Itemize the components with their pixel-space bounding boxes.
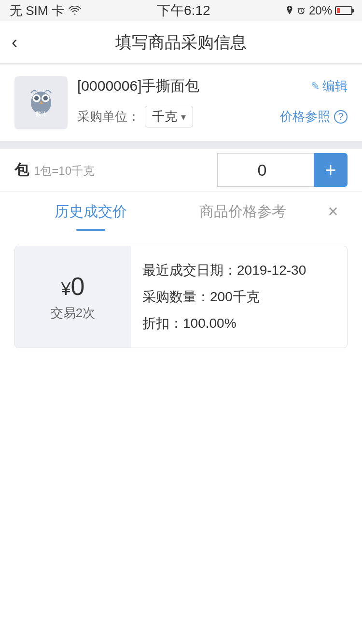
tabs-close-button[interactable]: × — [319, 192, 348, 231]
status-bar: 无 SIM 卡 下午6:12 20% — [0, 0, 362, 21]
quantity-row: 包 1包=10千克 + — [0, 149, 362, 191]
edit-label: 编辑 — [322, 78, 348, 95]
recent-date-row: 最近成交日期：2019-12-30 — [142, 261, 335, 280]
dropdown-arrow-icon: ▾ — [181, 111, 186, 123]
quantity-plus-button[interactable]: + — [314, 153, 348, 187]
svg-text:数计: 数计 — [35, 111, 47, 117]
quantity-input[interactable] — [217, 153, 314, 187]
location-icon — [286, 6, 293, 15]
svg-point-5 — [43, 96, 48, 100]
recent-date-label: 最近成交日期： — [142, 263, 237, 278]
section-divider — [0, 141, 362, 149]
quantity-label: 包 1包=10千克 — [14, 160, 95, 180]
product-info: [0000006]手撕面包 ✎ 编辑 采购单位： 千克 ▾ 价格参照 ? — [77, 76, 348, 127]
status-time: 下午6:12 — [157, 1, 210, 20]
quantity-unit: 包 — [14, 160, 29, 180]
history-card: ¥0 交易2次 最近成交日期：2019-12-30 采购数量：200千克 折扣：… — [14, 246, 348, 348]
purchase-qty-value: 200千克 — [210, 289, 260, 304]
main-content-area — [0, 363, 362, 644]
history-details-section: 最近成交日期：2019-12-30 采购数量：200千克 折扣：100.00% — [131, 246, 347, 348]
price-number: 0 — [71, 272, 85, 300]
tab-price-reference[interactable]: 商品价格参考 — [167, 192, 319, 231]
recent-date-value: 2019-12-30 — [237, 263, 306, 278]
battery-percent: 20% — [309, 4, 332, 17]
nav-bar: ‹ 填写商品采购信息 — [0, 21, 362, 64]
price-ref-label: 价格参照 — [280, 108, 330, 125]
status-carrier: 无 SIM 卡 — [10, 2, 82, 19]
edit-button[interactable]: ✎ 编辑 — [311, 78, 348, 95]
unit-dropdown[interactable]: 千克 ▾ — [145, 106, 193, 127]
battery-icon — [335, 6, 352, 15]
purchase-qty-row: 采购数量：200千克 — [142, 287, 335, 306]
discount-label: 折扣： — [142, 316, 183, 331]
yen-symbol: ¥ — [61, 279, 71, 299]
purchase-qty-label: 采购数量： — [142, 289, 210, 304]
status-right-group: 20% — [286, 4, 352, 17]
history-trades-count: 交易2次 — [51, 305, 95, 322]
svg-point-4 — [34, 96, 39, 100]
product-card: 数计 [0000006]手撕面包 ✎ 编辑 采购单位： 千克 ▾ 价格参照 — [0, 65, 362, 141]
page-title: 填写商品采购信息 — [115, 31, 247, 54]
help-icon: ? — [334, 110, 348, 124]
history-price-section: ¥0 交易2次 — [15, 246, 131, 348]
discount-value: 100.00% — [183, 316, 237, 331]
carrier-text: 无 SIM 卡 — [10, 2, 64, 19]
price-reference-button[interactable]: 价格参照 ? — [280, 108, 348, 125]
edit-icon: ✎ — [311, 80, 320, 93]
unit-selector-group: 采购单位： 千克 ▾ — [77, 106, 193, 127]
tabs-header: 历史成交价 商品价格参考 × — [0, 192, 362, 231]
unit-label: 采购单位： — [77, 108, 140, 125]
quantity-control: + — [217, 153, 348, 187]
purchase-unit-row: 采购单位： 千克 ▾ 价格参照 ? — [77, 106, 348, 127]
alarm-icon — [296, 6, 306, 15]
product-thumbnail-icon: 数计 — [24, 83, 58, 123]
tabs-container: 历史成交价 商品价格参考 × ¥0 交易2次 最近成交日期：2019-12-30… — [0, 192, 362, 363]
discount-row: 折扣：100.00% — [142, 314, 335, 333]
product-name: [0000006]手撕面包 — [77, 76, 199, 96]
product-name-row: [0000006]手撕面包 ✎ 编辑 — [77, 76, 348, 96]
wifi-icon — [68, 6, 82, 15]
quantity-sub-unit: 1包=10千克 — [34, 163, 95, 179]
product-image: 数计 — [14, 76, 68, 129]
history-price-value: ¥0 — [61, 272, 85, 301]
back-button[interactable]: ‹ — [12, 32, 17, 53]
tab-history-price[interactable]: 历史成交价 — [14, 192, 167, 231]
history-content: ¥0 交易2次 最近成交日期：2019-12-30 采购数量：200千克 折扣：… — [0, 231, 362, 363]
unit-value: 千克 — [152, 108, 177, 125]
